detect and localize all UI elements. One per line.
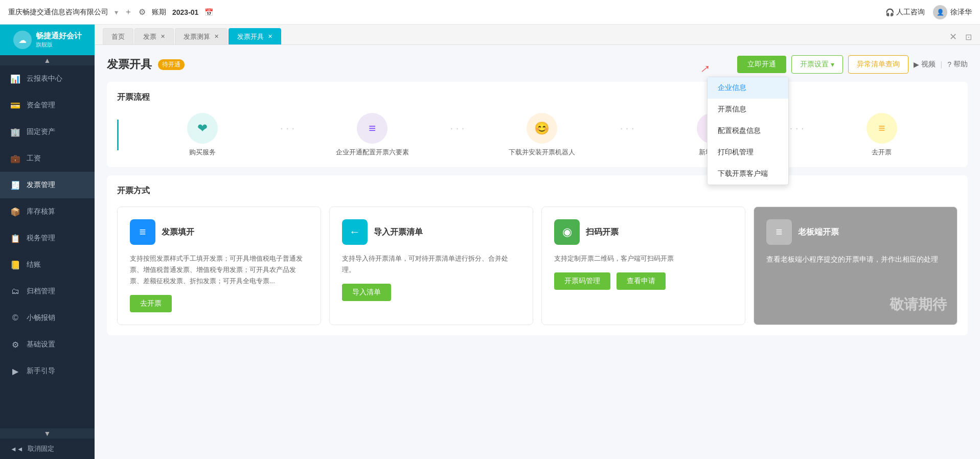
cancel-pin-button[interactable]: ◄◄ 取消固定 (0, 439, 95, 459)
header-actions: 立即开通 开票设置 ▾ 异常清单查询 ▶ 视频 | ? (737, 55, 968, 74)
scan-invoice-qr-button[interactable]: 开票码管理 (554, 272, 610, 290)
method-card-boss-header: ≡ 老板端开票 (766, 219, 945, 245)
chevron-down-icon: ▼ (44, 429, 51, 438)
flow-step-5: ≡ 去开票 (806, 113, 958, 157)
scan-invoice-view-button[interactable]: 查看申请 (617, 272, 666, 290)
sidebar-scroll-up[interactable]: ▲ (0, 55, 95, 65)
sidebar-item-tax[interactable]: 📋 税务管理 (0, 225, 95, 251)
play-icon: ▶ (914, 60, 919, 68)
fill-invoice-desc: 支持按照发票样式手工填开发票；可开具增值税电子普通发票、增值税普通发票、增值税专… (130, 253, 308, 287)
tab-invoice-close[interactable]: ✕ (161, 33, 165, 40)
fill-invoice-button[interactable]: 去开票 (130, 295, 172, 312)
add-icon[interactable]: ＋ (124, 7, 132, 17)
divider: | (941, 60, 943, 68)
settings-icon[interactable]: ⚙ (139, 7, 146, 17)
settings-dropdown-arrow: ▾ (831, 60, 834, 68)
flow-connector-1: · · · (278, 122, 297, 134)
settings-button[interactable]: 开票设置 ▾ (791, 55, 843, 74)
period-label: 账期 (152, 8, 166, 17)
sidebar-item-checkout[interactable]: 📒 结账 (0, 251, 95, 278)
tab-calc-label: 发票测算 (184, 32, 210, 41)
sidebar-item-funds-label: 资金管理 (27, 101, 55, 110)
page-title-area: 发票开具 待开通 (107, 57, 185, 72)
sidebar-item-expense[interactable]: © 小畅报销 (0, 305, 95, 331)
sidebar-item-expense-label: 小畅报销 (27, 313, 55, 323)
sidebar-item-checkout-label: 结账 (27, 260, 41, 269)
methods-grid: ≡ 发票填开 支持按照发票样式手工填开发票；可开具增值税电子普通发票、增值税普通… (117, 206, 958, 325)
sidebar-item-invoice[interactable]: 🧾 发票管理 (0, 172, 95, 198)
import-invoice-icon: ← (342, 219, 368, 245)
flow-step-3-icon: 😊 (527, 113, 557, 144)
scan-invoice-desc: 支持定制开票二维码，客户端可扫码开票 (554, 253, 733, 264)
page-title: 发票开具 (107, 57, 152, 72)
sidebar-item-salary-label: 工资 (27, 154, 41, 163)
video-button[interactable]: ▶ 视频 (914, 60, 936, 69)
sidebar-item-salary[interactable]: 💼 工资 (0, 145, 95, 172)
sidebar-item-funds[interactable]: 💳 资金管理 (0, 92, 95, 119)
avatar-icon: 👤 (937, 9, 944, 16)
flow-step-2-icon: ≡ (357, 113, 388, 144)
company-dropdown-icon[interactable]: ▾ (115, 8, 118, 16)
dropdown-item-tax-disk-label: 配置税盘信息 (718, 126, 761, 134)
status-badge: 待开通 (158, 59, 185, 70)
sidebar-item-guide[interactable]: ▶ 新手引导 (0, 358, 95, 384)
user-name: 徐泽华 (950, 8, 972, 17)
sidebar-item-archive[interactable]: 🗂 归档管理 (0, 278, 95, 305)
activate-button[interactable]: 立即开通 (737, 56, 786, 73)
sidebar-item-settings[interactable]: ⚙ 基础设置 (0, 331, 95, 358)
sidebar-logo: ☁ 畅捷通好会计 旗舰版 (0, 25, 95, 55)
tab-calc-close[interactable]: ✕ (214, 33, 219, 40)
sidebar-item-reports[interactable]: 📊 云报表中心 (0, 65, 95, 92)
method-card-fill-header: ≡ 发票填开 (130, 219, 308, 245)
flow-connector-3: · · · (618, 122, 636, 134)
flow-step-2: ≡ 企业开通配置开票六要素 (297, 113, 448, 157)
tab-bar: 首页 发票 ✕ 发票测算 ✕ 发票开具 ✕ ✕ ⊡ (95, 25, 980, 45)
flow-steps: ❤ 购买服务 · · · ≡ 企业开通配置开票六要素 · · · (117, 113, 958, 157)
video-label: 视频 (921, 60, 936, 69)
sidebar-item-settings-label: 基础设置 (27, 340, 55, 349)
scan-symbol: ◉ (562, 225, 572, 239)
checkout-icon: 📒 (10, 260, 20, 270)
robot-icon: 😊 (534, 121, 550, 135)
sidebar-item-archive-label: 归档管理 (27, 287, 55, 296)
guide-icon: ▶ (10, 366, 20, 376)
tab-issue-close[interactable]: ✕ (268, 33, 272, 40)
sidebar-item-inventory[interactable]: 📦 库存核算 (0, 198, 95, 225)
sidebar-scroll-down[interactable]: ▼ (0, 428, 95, 439)
list-icon: ≡ (369, 121, 376, 135)
flow-section-title: 开票流程 (117, 92, 958, 103)
tab-invoice[interactable]: 发票 ✕ (134, 28, 174, 44)
window-close-button[interactable]: ✕ (945, 29, 961, 44)
methods-section: 开票方式 ≡ 发票填开 支持按照发票样式手工填开发票；可开具增值税电子普通发 (107, 175, 968, 335)
archive-icon: 🗂 (10, 286, 20, 296)
sidebar-item-inventory-label: 库存核算 (27, 207, 55, 216)
calendar-icon[interactable]: 📅 (204, 8, 213, 16)
red-arrow-indicator: → (698, 60, 712, 77)
import-invoice-button[interactable]: 导入清单 (342, 284, 391, 301)
tab-home[interactable]: 首页 (103, 28, 133, 44)
dropdown-item-invoice-info[interactable]: 开票信息 (708, 99, 788, 120)
dropdown-item-invoice-info-label: 开票信息 (718, 105, 746, 113)
fill-invoice-title: 发票填开 (162, 227, 194, 238)
tab-issue[interactable]: 发票开具 ✕ (229, 28, 281, 44)
sidebar-item-assets[interactable]: 🏢 固定资产 (0, 119, 95, 145)
flow-step-2-label: 企业开通配置开票六要素 (336, 148, 409, 157)
help-button[interactable]: ? 帮助 (947, 60, 968, 69)
import-invoice-desc: 支持导入待开票清单，可对待开票清单进行拆分、合并处理。 (342, 253, 520, 276)
tab-calc[interactable]: 发票测算 ✕ (175, 28, 227, 44)
dropdown-item-download[interactable]: 下载开票客户端 (708, 163, 788, 185)
window-expand-button[interactable]: ⊡ (961, 30, 976, 44)
user-info[interactable]: 👤 徐泽华 (933, 5, 972, 19)
exception-button[interactable]: 异常清单查询 (848, 55, 908, 74)
import-symbol: ← (349, 225, 360, 239)
settings-sidebar-icon: ⚙ (10, 339, 20, 350)
support-button[interactable]: 🎧 人工咨询 (885, 8, 925, 17)
dropdown-item-company[interactable]: 企业信息 (708, 77, 788, 99)
method-card-fill: ≡ 发票填开 支持按照发票样式手工填开发票；可开具增值税电子普通发票、增值税普通… (117, 206, 321, 325)
invoice-icon: 🧾 (10, 180, 20, 190)
dropdown-item-tax-disk[interactable]: 配置税盘信息 (708, 120, 788, 142)
flow-step-1-icon: ❤ (187, 113, 218, 144)
sidebar-item-invoice-label: 发票管理 (27, 180, 55, 190)
method-card-import-header: ← 导入开票清单 (342, 219, 520, 245)
dropdown-item-printer[interactable]: 打印机管理 (708, 142, 788, 163)
